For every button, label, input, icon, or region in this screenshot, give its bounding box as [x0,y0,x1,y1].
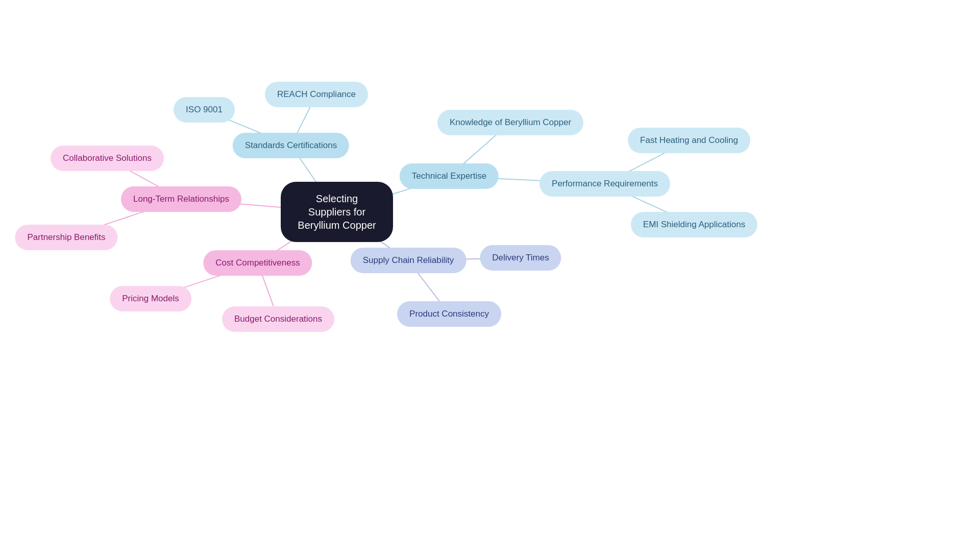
partnership-node: Partnership Benefits [15,225,117,250]
standards-node: Standards Certifications [233,133,349,158]
product-node: Product Consistency [397,301,501,327]
delivery-node: Delivery Times [480,245,561,271]
iso-node: ISO 9001 [174,97,235,123]
technical-node: Technical Expertise [400,163,499,189]
long-term-node: Long-Term Relationships [121,186,241,212]
pricing-node: Pricing Models [110,286,191,311]
knowledge-node: Knowledge of Beryllium Copper [437,110,583,135]
supply-node: Supply Chain Reliability [351,248,467,273]
collaborative-node: Collaborative Solutions [51,146,164,171]
center-node: Selecting Suppliers for Beryllium Copper [281,182,393,242]
mindmap-container: Selecting Suppliers for Beryllium Copper… [0,0,980,553]
cost-node: Cost Competitiveness [203,250,312,276]
budget-node: Budget Considerations [222,306,334,332]
reach-node: REACH Compliance [265,82,368,107]
connections-svg [0,0,980,553]
emi-node: EMI Shielding Applications [631,212,757,237]
fast-heating-node: Fast Heating and Cooling [628,128,750,153]
performance-node: Performance Requirements [540,171,670,197]
